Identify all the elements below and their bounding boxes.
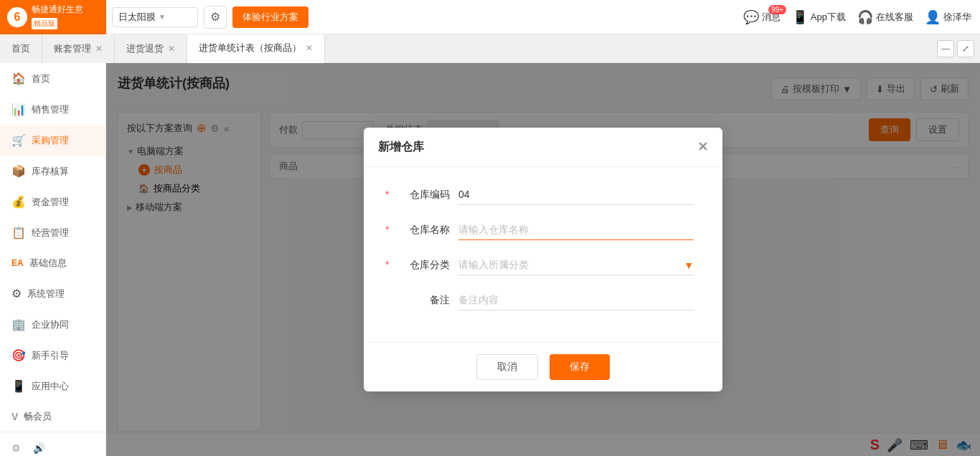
sidebar-item-enterprise-label: 企业协同 xyxy=(32,318,69,331)
user-item[interactable]: 👤 徐泽华 xyxy=(925,9,971,25)
guide-icon: 🎯 xyxy=(11,348,26,362)
sidebar-item-apps[interactable]: 📱 应用中心 xyxy=(0,371,105,402)
sidebar-item-basic-info-label: 基础信息 xyxy=(29,257,67,270)
purchase-icon: 🛒 xyxy=(11,133,26,147)
store-selector[interactable]: 日太阳膜 ▼ xyxy=(112,7,198,27)
inventory-icon: 📦 xyxy=(11,164,26,178)
sales-icon: 📊 xyxy=(11,103,26,116)
content-area: 进货单统计(按商品) 🖨 按模板打印 ▼ ⬇ 导出 ↺ 刷新 xyxy=(106,63,980,456)
logo-title: 畅捷通好生意 xyxy=(32,4,83,16)
sidebar-item-guide-label: 新手引导 xyxy=(32,349,69,362)
close-purchase-return-tab-icon[interactable]: ✕ xyxy=(168,44,175,54)
sidebar-item-inventory[interactable]: 📦 库存核算 xyxy=(0,156,105,186)
operations-icon: 📋 xyxy=(11,226,26,239)
logo-sub: 精品版 xyxy=(32,18,57,29)
modal-header: 新增仓库 ✕ xyxy=(364,128,722,167)
cancel-button[interactable]: 取消 xyxy=(476,354,538,380)
user-name: 徐泽华 xyxy=(943,11,971,24)
modal-overlay: 新增仓库 ✕ 仓库编码 仓库名称 仓库分类 xyxy=(106,63,980,456)
gear-icon: ⚙ xyxy=(210,10,220,24)
finance-icon: 💰 xyxy=(11,195,26,209)
logo-icon: 6 xyxy=(7,7,27,27)
sidebar-item-vip-label: 畅会员 xyxy=(24,410,52,423)
sidebar-settings-button[interactable]: ⚙ xyxy=(6,438,26,456)
tab-home[interactable]: 首页 xyxy=(0,34,42,63)
sidebar-item-operations[interactable]: 📋 经营管理 xyxy=(0,217,105,248)
sidebar-item-operations-label: 经营管理 xyxy=(32,227,69,239)
modal-title: 新增仓库 xyxy=(378,140,424,155)
enterprise-icon: 🏢 xyxy=(11,318,26,331)
tab-account-label: 账套管理 xyxy=(54,42,91,55)
user-avatar-icon: 👤 xyxy=(925,9,941,25)
settings-button[interactable]: ⚙ xyxy=(204,6,227,29)
sidebar-item-vip[interactable]: V 畅会员 xyxy=(0,402,105,432)
close-purchase-stats-tab-icon[interactable]: ✕ xyxy=(306,43,313,53)
warehouse-name-field: 仓库名称 xyxy=(392,219,694,240)
vip-icon: V xyxy=(11,411,18,422)
remark-field: 备注 xyxy=(392,290,694,310)
remark-input[interactable] xyxy=(458,290,694,310)
chevron-down-icon: ▼ xyxy=(159,13,166,21)
tab-purchase-return[interactable]: 进货退货 ✕ xyxy=(115,34,187,63)
sidebar-item-system[interactable]: ⚙ 系统管理 xyxy=(0,278,105,309)
warehouse-category-label: 仓库分类 xyxy=(392,259,450,272)
tab-expand-button[interactable]: ⤢ xyxy=(957,40,974,57)
sidebar-item-inventory-label: 库存核算 xyxy=(32,165,69,178)
online-service-label: 在线客服 xyxy=(876,11,913,24)
warehouse-category-field: 仓库分类 请输入所属分类 ▼ xyxy=(392,255,694,275)
warehouse-code-label: 仓库编码 xyxy=(392,189,450,201)
save-button[interactable]: 保存 xyxy=(550,354,610,380)
tab-purchase-return-label: 进货退货 xyxy=(126,42,164,55)
top-bar: 6 畅捷通好生意 精品版 日太阳膜 ▼ ⚙ 体验行业方案 💬 消息 99+ 📱 … xyxy=(0,0,980,34)
warehouse-category-select[interactable]: 请输入所属分类 xyxy=(458,255,694,275)
warehouse-name-label: 仓库名称 xyxy=(392,224,450,237)
sidebar-item-sales[interactable]: 📊 销售管理 xyxy=(0,94,105,125)
tab-actions: — ⤢ xyxy=(931,40,980,57)
sidebar-item-purchase-label: 采购管理 xyxy=(32,134,69,147)
sidebar-item-enterprise[interactable]: 🏢 企业协同 xyxy=(0,309,105,340)
mobile-icon: 📱 xyxy=(792,9,808,25)
online-service-item[interactable]: 🎧 在线客服 xyxy=(857,9,913,25)
basic-info-icon: EA xyxy=(11,258,24,268)
app-download-label: App下载 xyxy=(811,11,846,24)
modal-footer: 取消 保存 xyxy=(364,342,722,391)
add-warehouse-modal: 新增仓库 ✕ 仓库编码 仓库名称 仓库分类 xyxy=(364,128,722,391)
remark-label: 备注 xyxy=(392,294,450,307)
message-icon: 💬 xyxy=(743,9,759,25)
sidebar-item-apps-label: 应用中心 xyxy=(32,380,69,393)
sidebar-item-system-label: 系统管理 xyxy=(27,288,65,300)
tab-purchase-stats[interactable]: 进货单统计表（按商品） ✕ xyxy=(187,34,325,63)
tab-account[interactable]: 账套管理 ✕ xyxy=(42,34,115,63)
tab-bar: 首页 账套管理 ✕ 进货退货 ✕ 进货单统计表（按商品） ✕ — ⤢ xyxy=(0,34,980,63)
top-right-area: 💬 消息 99+ 📱 App下载 🎧 在线客服 👤 徐泽华 xyxy=(743,9,971,25)
sidebar-item-sales-label: 销售管理 xyxy=(32,103,69,116)
sidebar-item-finance[interactable]: 💰 资金管理 xyxy=(0,186,105,217)
close-account-tab-icon[interactable]: ✕ xyxy=(95,44,103,54)
sidebar-item-guide[interactable]: 🎯 新手引导 xyxy=(0,340,105,371)
trial-button[interactable]: 体验行业方案 xyxy=(232,6,308,28)
modal-body: 仓库编码 仓库名称 仓库分类 请输入所属分类 xyxy=(364,167,722,342)
modal-close-button[interactable]: ✕ xyxy=(697,139,708,155)
main-layout: 🏠 首页 📊 销售管理 🛒 采购管理 📦 库存核算 💰 资金管理 📋 经营管理 … xyxy=(0,63,980,456)
app-download-item[interactable]: 📱 App下载 xyxy=(792,9,846,25)
sidebar-item-basic-info[interactable]: EA 基础信息 xyxy=(0,248,105,278)
messages-item[interactable]: 💬 消息 99+ xyxy=(743,9,781,25)
sidebar-item-home[interactable]: 🏠 首页 xyxy=(0,63,105,94)
tab-purchase-stats-label: 进货单统计表（按商品） xyxy=(199,42,301,54)
sidebar-bottom: ⚙ 🔊 xyxy=(0,432,105,456)
store-name: 日太阳膜 xyxy=(118,11,156,24)
sidebar: 🏠 首页 📊 销售管理 🛒 采购管理 📦 库存核算 💰 资金管理 📋 经营管理 … xyxy=(0,63,106,456)
warehouse-category-select-wrap: 请输入所属分类 ▼ xyxy=(458,255,694,275)
message-badge: 99+ xyxy=(768,5,786,14)
warehouse-name-input[interactable] xyxy=(458,219,694,240)
sidebar-sound-button[interactable]: 🔊 xyxy=(29,438,49,456)
warehouse-code-input[interactable] xyxy=(458,184,694,205)
sidebar-item-finance-label: 资金管理 xyxy=(32,196,69,209)
sidebar-item-purchase[interactable]: 🛒 采购管理 xyxy=(0,125,105,156)
tab-home-label: 首页 xyxy=(11,42,30,55)
home-icon: 🏠 xyxy=(11,72,26,85)
headset-icon: 🎧 xyxy=(857,9,873,25)
warehouse-code-field: 仓库编码 xyxy=(392,184,694,205)
logo-area: 6 畅捷通好生意 精品版 xyxy=(0,0,106,34)
tab-minimize-button[interactable]: — xyxy=(937,40,954,57)
